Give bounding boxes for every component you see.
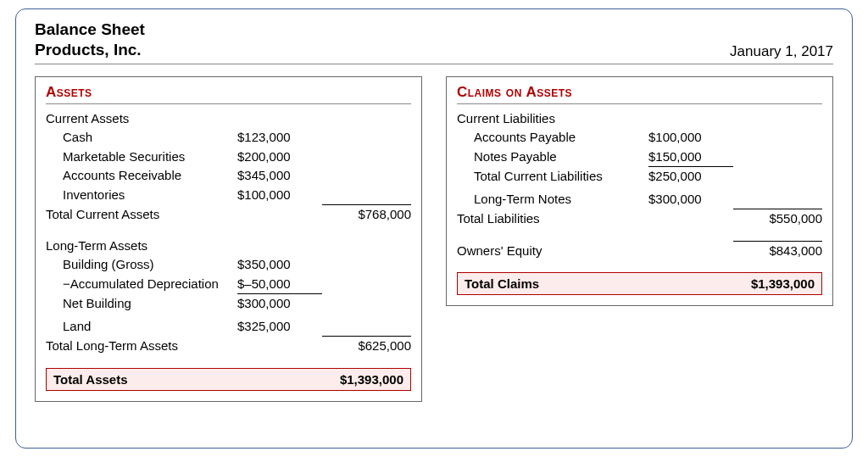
- balance-sheet-container: Balance Sheet Products, Inc. January 1, …: [15, 8, 853, 449]
- owners-equity-label: Owners' Equity: [457, 242, 648, 261]
- total-claims-row: Total Claims $1,393,000: [457, 272, 822, 295]
- owners-equity-value: $843,000: [733, 242, 822, 261]
- total-current-liabilities-value: $250,000: [648, 167, 733, 187]
- claims-card: Claims on Assets Current Liabilities Acc…: [446, 76, 833, 307]
- long-term-assets-heading: Long-Term Assets: [46, 237, 237, 256]
- total-assets-label: Total Assets: [53, 372, 340, 387]
- total-liabilities-label: Total Liabilities: [457, 209, 648, 229]
- long-term-notes-label: Long-Term Notes: [457, 190, 648, 209]
- notes-payable-label: Notes Payable: [457, 148, 648, 167]
- accounts-receivable-value: $345,000: [237, 166, 322, 186]
- net-building-value: $300,000: [237, 294, 322, 314]
- inventories-label: Inventories: [46, 186, 237, 205]
- accumulated-depreciation-label: −Accumulated Depreciation: [46, 275, 237, 294]
- claims-title: Claims on Assets: [457, 84, 822, 104]
- assets-title: Assets: [46, 84, 411, 104]
- assets-card: Assets Current Assets Cash $123,000 Mark…: [35, 76, 422, 402]
- notes-payable-value: $150,000: [648, 148, 733, 168]
- net-building-label: Net Building: [46, 294, 237, 314]
- header-date: January 1, 2017: [730, 43, 833, 60]
- total-assets-row: Total Assets $1,393,000: [46, 368, 411, 391]
- total-long-term-assets-value: $625,000: [322, 337, 411, 356]
- accounts-payable-label: Accounts Payable: [457, 128, 648, 148]
- land-label: Land: [46, 317, 237, 337]
- total-assets-value: $1,393,000: [340, 372, 403, 387]
- building-gross-label: Building (Gross): [46, 255, 237, 275]
- title-line-2: Products, Inc.: [35, 40, 145, 60]
- header-title: Balance Sheet Products, Inc.: [35, 20, 145, 60]
- building-gross-value: $350,000: [237, 255, 322, 275]
- accumulated-depreciation-value: $–50,000: [237, 275, 322, 295]
- land-value: $325,000: [237, 317, 322, 337]
- accounts-receivable-label: Accounts Receivable: [46, 166, 237, 186]
- total-liabilities-value: $550,000: [733, 209, 822, 229]
- cash-value: $123,000: [237, 128, 322, 148]
- inventories-value: $100,000: [237, 186, 322, 205]
- long-term-notes-value: $300,000: [648, 190, 733, 209]
- current-liabilities-heading: Current Liabilities: [457, 109, 648, 129]
- title-line-1: Balance Sheet: [35, 20, 145, 40]
- marketable-securities-value: $200,000: [237, 148, 322, 167]
- total-claims-label: Total Claims: [465, 276, 751, 291]
- total-claims-value: $1,393,000: [751, 276, 815, 291]
- total-current-assets-label: Total Current Assets: [46, 205, 237, 225]
- total-current-liabilities-label: Total Current Liabilities: [457, 167, 648, 187]
- cash-label: Cash: [46, 128, 237, 148]
- current-assets-heading: Current Assets: [46, 109, 237, 129]
- header: Balance Sheet Products, Inc. January 1, …: [35, 20, 833, 64]
- marketable-securities-label: Marketable Securities: [46, 148, 237, 167]
- total-current-assets-value: $768,000: [322, 205, 411, 225]
- accounts-payable-value: $100,000: [648, 128, 733, 148]
- total-long-term-assets-label: Total Long-Term Assets: [46, 337, 237, 356]
